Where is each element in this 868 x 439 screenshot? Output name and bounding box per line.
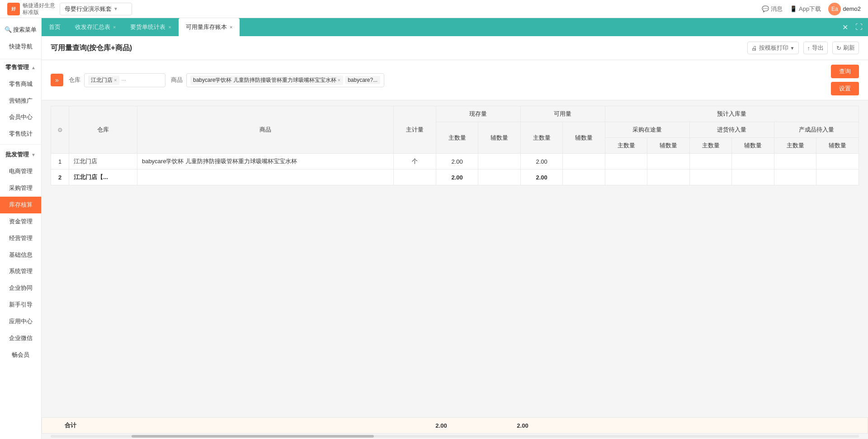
sidebar-item-base-info[interactable]: 基础信息 (0, 247, 41, 264)
remove-warehouse-tag-1[interactable]: × (114, 77, 117, 83)
mobile-icon: 📱 (790, 5, 797, 12)
warehouse-label: 仓库 (69, 76, 80, 84)
footer-stock-total: 2.00 (414, 422, 468, 429)
th-finished-main: 主数量 (774, 138, 816, 154)
row2-stock-main: 2.00 (436, 170, 478, 185)
warehouse-input[interactable]: 江北门店 × ··· (84, 73, 165, 87)
warehouse-filter-group: 仓库 江北门店 × ··· (69, 73, 165, 87)
tab-close-receipts[interactable]: × (113, 24, 116, 30)
tab-bar: 首页 收发存汇总表 × 要货单统计表 × 可用量库存账本 × ✕ ⛶ (42, 18, 868, 36)
sidebar-item-ecommerce[interactable]: 电商管理 (0, 163, 41, 180)
th-available-group: 可用量 (520, 106, 605, 122)
th-goods-main: 主数量 (689, 138, 732, 154)
chevron-down-icon-3: ▼ (790, 46, 795, 51)
sidebar-item-wholesale-mgmt[interactable]: 批发管理 ▼ (0, 146, 41, 163)
row2-finished-aux (816, 170, 859, 185)
sidebar-item-app-center[interactable]: 应用中心 (0, 313, 41, 330)
th-stock-main: 主数量 (436, 122, 478, 154)
sidebar-item-enterprise-collab[interactable]: 企业协同 (0, 280, 41, 297)
print-icon: 🖨 (751, 45, 757, 52)
row1-index: 1 (51, 154, 69, 170)
tab-close-order-stats[interactable]: × (168, 24, 171, 30)
inventory-table: ⚙ 仓库 商品 主计量 现存量 可用量 预计入库量 主数量 辅数量 (51, 106, 859, 185)
row1-available-main: 2.00 (520, 154, 563, 170)
refresh-icon: ↻ (836, 45, 841, 52)
search-icon: 🔍 (5, 26, 12, 34)
sidebar-item-member-program[interactable]: 畅会员 (0, 347, 41, 363)
table-container: ⚙ 仓库 商品 主计量 现存量 可用量 预计入库量 主数量 辅数量 (42, 100, 868, 417)
sidebar-item-finance[interactable]: 资金管理 (0, 213, 41, 230)
row2-purchase-main (605, 170, 647, 185)
footer-available-total: 2.00 (495, 422, 550, 429)
row2-index: 2 (51, 170, 69, 185)
message-button[interactable]: 💬 消息 (762, 5, 783, 13)
scroll-thumb[interactable] (132, 435, 374, 438)
export-button[interactable]: ↑ 导出 (803, 42, 828, 54)
tab-bar-actions: ✕ ⛶ (840, 21, 868, 33)
row2-product (137, 170, 393, 185)
th-goods-in-transit: 进货待入量 (689, 122, 774, 138)
th-planned-inbound-group: 预计入库量 (605, 106, 859, 122)
query-button[interactable]: 查询 (831, 65, 859, 78)
sidebar-item-inventory[interactable]: 库存核算 (0, 197, 41, 213)
row1-purchase-main (605, 154, 647, 170)
remove-product-tag-1[interactable]: × (338, 77, 340, 83)
row2-purchase-aux (647, 170, 690, 185)
page-header: 可用量查询(按仓库+商品) 🖨 按模板打印 ▼ ↑ 导出 ↻ 刷新 (42, 36, 868, 60)
expand-filter-button[interactable]: » (51, 74, 63, 86)
tab-close-available-inventory[interactable]: × (230, 24, 232, 30)
tab-available-inventory[interactable]: 可用量库存账本 × (179, 18, 240, 36)
template-print-button[interactable]: 🖨 按模板打印 ▼ (747, 42, 799, 54)
sidebar-quick-nav[interactable]: 快捷导航 (0, 38, 41, 55)
row1-product: babycare学饮杯 儿童防摔防撞吸管杯重力球吸嘴杯宝宝水杯 (137, 154, 393, 170)
product-input[interactable]: babycare学饮杯 儿童防摔防撞吸管杯重力球吸嘴杯宝宝水杯 × babyca… (186, 73, 384, 87)
top-bar-left: 好 畅捷通好生意 标准版 母婴行业演示账套 ▼ (7, 2, 132, 15)
app-download-button[interactable]: 📱 App下载 (790, 5, 821, 13)
sidebar-item-retail-stats[interactable]: 零售统计 (0, 126, 41, 142)
row1-finished-aux (816, 154, 859, 170)
avatar: Ea (828, 3, 841, 15)
sidebar-item-purchase-mgmt[interactable]: 采购管理 (0, 180, 41, 197)
tab-expand-icon[interactable]: ⛶ (854, 21, 864, 33)
refresh-button[interactable]: ↻ 刷新 (832, 42, 859, 54)
sidebar-item-member-center[interactable]: 会员中心 (0, 109, 41, 126)
row2-goods-aux (732, 170, 774, 185)
row1-stock-aux (478, 154, 521, 170)
settings-icon[interactable]: ⚙ (57, 127, 63, 133)
page-title: 可用量查询(按仓库+商品) (51, 43, 132, 53)
sidebar-item-retail-mgmt[interactable]: 零售管理 ▲ (0, 59, 41, 76)
user-profile[interactable]: Ea demo2 (828, 3, 861, 15)
sidebar-item-operations[interactable]: 经营管理 (0, 230, 41, 247)
export-icon: ↑ (807, 45, 811, 52)
logo-area: 好 畅捷通好生意 标准版 (7, 2, 55, 15)
sidebar-item-sys-mgmt[interactable]: 系统管理 (0, 263, 41, 280)
sidebar-divider-1 (0, 144, 41, 145)
sidebar-item-enterprise-wechat[interactable]: 企业微信 (0, 330, 41, 347)
th-finished-aux: 辅数量 (816, 138, 859, 154)
warehouse-more[interactable]: ··· (121, 77, 126, 83)
th-purchase-in-transit: 采购在途量 (605, 122, 689, 138)
th-product: 商品 (137, 106, 393, 154)
th-finished-pending: 产成品待入量 (774, 122, 859, 138)
settings-button[interactable]: 设置 (831, 82, 859, 95)
tab-order-stats[interactable]: 要货单统计表 × (123, 18, 178, 36)
table-footer: 合计 2.00 2.00 (42, 417, 868, 434)
sidebar-item-retail-store[interactable]: 零售商城 (0, 76, 41, 93)
row1-finished-main (774, 154, 816, 170)
row1-available-aux (563, 154, 605, 170)
th-available-main: 主数量 (520, 122, 563, 154)
tab-close-all-icon[interactable]: ✕ (840, 21, 850, 33)
th-main-unit: 主计量 (394, 106, 436, 154)
tab-home[interactable]: 首页 (42, 18, 68, 36)
sidebar-item-marketing[interactable]: 营销推广 (0, 93, 41, 109)
tab-receipts[interactable]: 收发存汇总表 × (68, 18, 123, 36)
org-selector[interactable]: 母婴行业演示账套 ▼ (60, 3, 132, 15)
chevron-up-icon: ▲ (31, 65, 36, 71)
table-row: 2 江北门店【... 2.00 2.00 (51, 170, 859, 185)
user-name: demo2 (843, 5, 861, 12)
sidebar-top-actions: 🔍 搜索菜单 快捷导航 (0, 18, 41, 59)
sidebar-search[interactable]: 🔍 搜索菜单 (0, 22, 41, 38)
sidebar-item-new-guide[interactable]: 新手引导 (0, 297, 41, 313)
row2-available-main: 2.00 (520, 170, 563, 185)
th-current-stock-group: 现存量 (436, 106, 520, 122)
